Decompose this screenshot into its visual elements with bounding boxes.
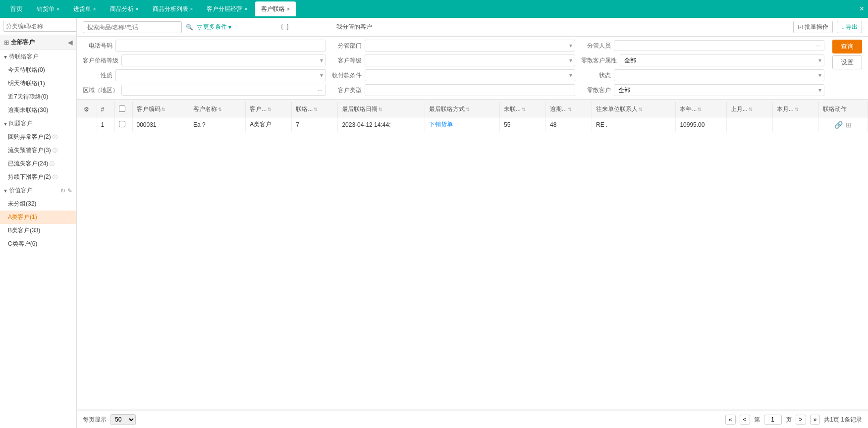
col-last-date[interactable]: 最后联络日期 ⇅ (338, 102, 425, 117)
week-pending[interactable]: 近7天待联络(0) (0, 90, 76, 104)
contact-link-icon[interactable]: 🔗 (834, 121, 843, 129)
close-all-tabs[interactable]: × (860, 4, 864, 13)
batch-ops-btn[interactable]: ☑ 批量操作 (793, 21, 833, 33)
row-action-buttons: 🔗 ⊞ (823, 121, 864, 129)
col-no-contact[interactable]: 未联... ⇅ (499, 102, 545, 117)
close-analysis-list-tab[interactable]: × (190, 6, 193, 12)
retail-customer-select[interactable]: 全部 (614, 84, 824, 96)
prev-page-btn[interactable]: < (740, 415, 750, 425)
my-customers-checkbox[interactable] (235, 24, 334, 30)
close-sales-tab[interactable]: × (56, 6, 59, 12)
loss-warning[interactable]: 流失预警客户(3) ⓘ (0, 144, 76, 157)
customer-type-input[interactable] (365, 84, 575, 96)
payment-select[interactable] (365, 69, 575, 81)
continuous-decline[interactable]: 持续下滑客户(2) ⓘ (0, 170, 76, 184)
info-icon-4[interactable]: ⓘ (53, 174, 57, 181)
customer-level-select[interactable] (365, 54, 575, 66)
search-icon[interactable]: 🔍 (186, 24, 193, 31)
edit-icon[interactable]: ✎ (67, 187, 72, 194)
already-lost[interactable]: 已流失客户(24) ⓘ (0, 157, 76, 170)
pending-contact-section[interactable]: ▾ 待联络客户 (0, 50, 76, 63)
value-expand-icon: ▾ (4, 187, 7, 194)
c-class-customers[interactable]: C类客户(6) (0, 237, 76, 251)
row-checkbox[interactable] (119, 121, 125, 127)
col-this-month[interactable]: 本月... ⇅ (772, 102, 818, 117)
page-number-input[interactable] (764, 415, 782, 425)
b-class-customers[interactable]: B类客户(33) (0, 224, 76, 237)
today-pending[interactable]: 今天待联络(0) (0, 63, 76, 77)
problem-customer-section[interactable]: ▾ 问题客户 (0, 117, 76, 130)
my-customers-filter[interactable]: 我分管的客户 (235, 23, 372, 31)
info-icon-3[interactable]: ⓘ (50, 160, 54, 167)
close-customer-contact-tab[interactable]: × (287, 6, 290, 12)
more-conditions-btn[interactable]: ▽ 更多条件 ▾ (197, 23, 231, 31)
col-contacts[interactable]: 联络... ⇅ (292, 102, 338, 117)
abnormal-repurchase[interactable]: 回购异常客户(2) ⓘ (0, 130, 76, 144)
a-class-customers[interactable]: A类客户(1) (0, 211, 76, 224)
dept-select[interactable] (365, 40, 575, 52)
close-customer-tier-tab[interactable]: × (244, 6, 247, 12)
tomorrow-pending[interactable]: 明天待联络(1) (0, 77, 76, 90)
query-button[interactable]: 查询 (832, 40, 862, 54)
retail-attr-select[interactable]: 全部 (620, 54, 824, 66)
row-code-cell: 000031 (132, 117, 189, 132)
data-table-container[interactable]: ⚙ # 客户编码 ⇅ 客户名称 ⇅ (77, 102, 868, 409)
all-customers-header[interactable]: ⊞ 全部客户 ◀ (0, 35, 76, 50)
col-code[interactable]: 客户编码 ⇅ (132, 102, 189, 117)
col-last-month[interactable]: 上月... ⇅ (726, 102, 772, 117)
nav-sales[interactable]: 销货单 × (31, 1, 65, 16)
last-way-link[interactable]: 下销货单 (429, 121, 453, 128)
status-label: 状态 (581, 71, 611, 80)
nav-customer-tier[interactable]: 客户分层经营 × (201, 1, 253, 16)
nav-analysis[interactable]: 商品分析 × (104, 1, 145, 16)
overdue-pending[interactable]: 逾期未联络(30) (0, 104, 76, 117)
col-overdue[interactable]: 逾期... ⇅ (546, 102, 592, 117)
value-customer-section[interactable]: ▾ 价值客户 ↻ ✎ (0, 184, 76, 197)
nav-purchase[interactable]: 进货单 × (67, 1, 102, 16)
nature-select[interactable] (115, 69, 326, 81)
col-this-year[interactable]: 本年... ⇅ (676, 102, 726, 117)
phone-input[interactable] (115, 40, 326, 52)
unclassified-group[interactable]: 未分组(32) (0, 197, 76, 211)
nav-customer-contact[interactable]: 客户联络 × (255, 1, 296, 16)
price-level-select[interactable] (121, 54, 326, 66)
collapse-icon[interactable]: ◀ (68, 39, 72, 46)
sort-icon-way: ⇅ (466, 107, 470, 112)
dept-label: 分管部门 (332, 42, 362, 50)
page-size-select[interactable]: 50 100 200 (110, 414, 136, 425)
refresh-icon[interactable]: ↻ (60, 187, 65, 194)
status-select[interactable] (614, 69, 824, 81)
close-purchase-tab[interactable]: × (93, 6, 96, 12)
col-type[interactable]: 客户... ⇅ (246, 102, 292, 117)
filter-row-4: 区域（地区） ··· 客户类型 零散客户 (83, 84, 824, 96)
row-index-cell: 1 (97, 117, 114, 132)
row-last-date-cell: 2023-04-12 14:44: (338, 117, 425, 132)
col-unit-contact[interactable]: 往来单位联系人 ⇅ (592, 102, 676, 117)
grid-action-icon[interactable]: ⊞ (846, 121, 852, 129)
last-page-btn[interactable]: » (810, 415, 820, 425)
close-analysis-tab[interactable]: × (136, 6, 139, 12)
nav-home[interactable]: 首页 (4, 1, 29, 16)
manager-input[interactable] (617, 42, 813, 49)
filter-icon: ▽ (197, 24, 202, 31)
grid-icon: ⊞ (4, 39, 9, 46)
region-dots-icon[interactable]: ··· (318, 87, 323, 94)
settings-button[interactable]: 设置 (832, 55, 862, 69)
manager-dots-icon[interactable]: ··· (816, 42, 821, 49)
info-icon-1[interactable]: ⓘ (53, 134, 57, 141)
export-btn[interactable]: ↓ 导出 (837, 21, 862, 33)
col-last-way[interactable]: 最后联络方式 ⇅ (425, 102, 499, 117)
region-input[interactable] (125, 87, 315, 94)
next-page-btn[interactable]: > (796, 415, 806, 425)
search-input[interactable] (83, 21, 182, 33)
info-icon-2[interactable]: ⓘ (53, 147, 57, 154)
first-page-btn[interactable]: « (725, 415, 736, 425)
col-settings[interactable]: ⚙ (77, 102, 97, 117)
total-records-label: 共1页 1条记录 (824, 416, 862, 424)
nav-analysis-list[interactable]: 商品分析列表 × (147, 1, 199, 16)
region-field: 区域（地区） ··· (83, 85, 326, 96)
select-all-checkbox[interactable] (119, 106, 125, 112)
sidebar-search-input[interactable] (3, 21, 77, 32)
row-last-month-cell (726, 117, 772, 132)
col-name[interactable]: 客户名称 ⇅ (189, 102, 245, 117)
